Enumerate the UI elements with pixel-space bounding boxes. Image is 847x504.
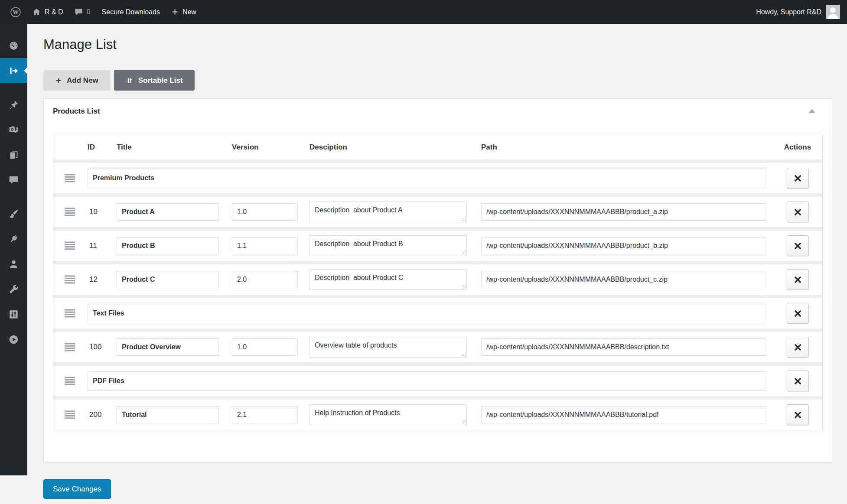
- drag-handle-icon[interactable]: [64, 275, 75, 284]
- x-icon: [794, 276, 802, 284]
- sortable-list-button[interactable]: Sortable List: [114, 70, 195, 91]
- description-textarea[interactable]: Description about Product C: [309, 269, 467, 290]
- path-column-header: Path: [473, 143, 773, 152]
- category-name-input[interactable]: [88, 371, 766, 391]
- admin-bar: W R & D 0 Secure Downloads New Howdy, Su…: [0, 0, 847, 24]
- sidebar-item-plug[interactable]: [0, 226, 27, 251]
- save-changes-button[interactable]: Save Changes: [43, 479, 111, 499]
- drag-handle-icon[interactable]: [64, 241, 75, 250]
- category-row: [53, 298, 822, 328]
- row-id: 200: [89, 410, 101, 419]
- sidebar-item-dashboard-gauge[interactable]: [0, 33, 27, 58]
- toolbar: Add New Sortable List: [43, 70, 195, 91]
- product-row: 200Help Instruction of Products: [53, 400, 822, 430]
- add-new-button[interactable]: Add New: [43, 70, 110, 91]
- plus-icon: [55, 77, 62, 84]
- account-menu[interactable]: Howdy, Support R&D: [755, 5, 841, 19]
- settings-sliders-icon: [9, 309, 19, 319]
- title-input[interactable]: [117, 271, 219, 288]
- row-id: 12: [89, 275, 98, 283]
- sidebar-item-paintbrush[interactable]: [0, 201, 27, 226]
- description-textarea[interactable]: Overview table of products: [309, 337, 467, 358]
- title-input[interactable]: [117, 338, 219, 356]
- delete-row-button[interactable]: [787, 235, 809, 256]
- sidebar-item-settings-sliders[interactable]: [0, 302, 27, 327]
- wordpress-admin-screen: W R & D 0 Secure Downloads New Howdy, Su…: [0, 0, 847, 504]
- delete-row-button[interactable]: [787, 269, 809, 290]
- comments-bubble-icon: [9, 175, 19, 185]
- sidebar-item-play-circle[interactable]: [0, 327, 27, 352]
- collapse-panel-icon[interactable]: [809, 109, 815, 113]
- x-icon: [794, 377, 802, 385]
- description-textarea[interactable]: Description about Product A: [309, 202, 467, 222]
- sidebar-item-user[interactable]: [0, 251, 27, 276]
- delete-row-button[interactable]: [787, 303, 809, 324]
- version-input[interactable]: [232, 406, 298, 423]
- drag-handle-icon[interactable]: [64, 343, 75, 352]
- new-label: New: [182, 8, 196, 16]
- main-content: Manage List Add New Sortable List Produc…: [27, 24, 847, 504]
- row-id: 100: [89, 343, 101, 351]
- home-icon: [33, 8, 41, 16]
- x-icon: [794, 309, 802, 318]
- sidebar-item-pages[interactable]: [0, 142, 27, 167]
- delete-row-button[interactable]: [787, 404, 809, 425]
- version-input[interactable]: [232, 338, 298, 356]
- product-row: 11Description about Product B: [53, 231, 822, 261]
- sort-arrows-icon: [126, 77, 134, 85]
- comments-link[interactable]: 0: [69, 0, 96, 24]
- sidebar-item-comments-bubble[interactable]: [0, 167, 27, 192]
- wordpress-menu-button[interactable]: W: [4, 0, 27, 24]
- product-row: 12Description about Product C: [53, 264, 822, 295]
- svg-text:W: W: [13, 8, 19, 15]
- drag-handle-icon[interactable]: [64, 377, 75, 386]
- path-input[interactable]: [481, 338, 766, 356]
- path-input[interactable]: [481, 406, 766, 423]
- title-input[interactable]: [117, 203, 219, 221]
- products-table: ID Title Version Desciption Path Actions…: [53, 135, 823, 430]
- path-input[interactable]: [481, 203, 766, 221]
- category-name-input[interactable]: [88, 304, 766, 323]
- secure-downloads-link[interactable]: Secure Downloads: [96, 0, 166, 24]
- avatar: [826, 5, 840, 19]
- version-input[interactable]: [232, 237, 298, 254]
- drag-handle-icon[interactable]: [64, 174, 75, 183]
- user-icon: [9, 259, 19, 269]
- sidebar-item-media-camera[interactable]: [0, 117, 27, 142]
- x-icon: [794, 343, 802, 351]
- delete-row-button[interactable]: [787, 202, 809, 222]
- new-content-button[interactable]: New: [166, 0, 202, 24]
- description-textarea[interactable]: Help Instruction of Products: [309, 404, 467, 425]
- sidebar-item-secure-downloads-export[interactable]: [0, 58, 27, 83]
- description-textarea[interactable]: Description about Product B: [309, 235, 467, 256]
- wordpress-logo-icon: W: [10, 7, 21, 18]
- description-column-header: Desciption: [303, 143, 473, 152]
- page-title: Manage List: [43, 37, 117, 52]
- sidebar-item-pin[interactable]: [0, 92, 27, 117]
- path-input[interactable]: [481, 237, 766, 254]
- version-input[interactable]: [232, 203, 298, 221]
- drag-handle-icon[interactable]: [64, 309, 75, 318]
- dashboard-gauge-icon: [9, 41, 19, 51]
- wrench-icon: [9, 284, 19, 294]
- admin-sidebar-menu: [0, 24, 27, 475]
- product-row: 100Overview table of products: [53, 332, 822, 362]
- id-column-header: ID: [86, 143, 114, 152]
- delete-row-button[interactable]: [787, 337, 809, 358]
- site-link[interactable]: R & D: [27, 0, 69, 24]
- x-icon: [794, 411, 802, 419]
- drag-handle-icon[interactable]: [64, 410, 75, 419]
- version-input[interactable]: [232, 271, 298, 288]
- delete-row-button[interactable]: [787, 168, 809, 189]
- play-circle-icon: [9, 335, 19, 345]
- category-name-input[interactable]: [88, 169, 766, 188]
- panel-header: Products List: [44, 99, 832, 123]
- sidebar-item-wrench[interactable]: [0, 276, 27, 302]
- title-input[interactable]: [117, 406, 219, 423]
- path-input[interactable]: [481, 271, 766, 288]
- delete-row-button[interactable]: [787, 371, 809, 391]
- drag-handle-icon[interactable]: [64, 208, 75, 217]
- add-new-label: Add New: [67, 76, 98, 85]
- site-name: R & D: [45, 8, 63, 16]
- title-input[interactable]: [117, 237, 219, 254]
